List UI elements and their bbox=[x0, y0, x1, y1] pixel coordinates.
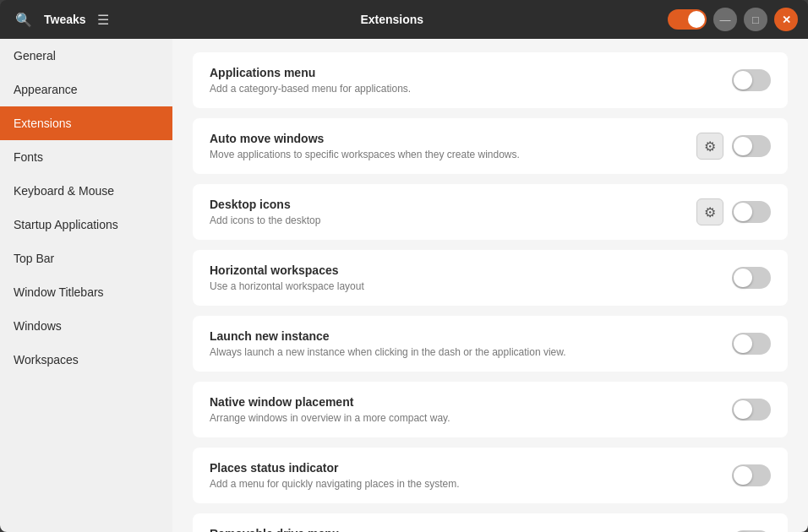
toggle-horizontal-workspaces[interactable] bbox=[732, 267, 771, 289]
sidebar-item-appearance[interactable]: Appearance bbox=[0, 73, 172, 106]
extension-item-auto-move-windows: Auto move windowsMove applications to sp… bbox=[193, 118, 788, 174]
extension-item-applications-menu: Applications menuAdd a category-based me… bbox=[193, 52, 788, 108]
extension-controls-launch-new-instance bbox=[732, 333, 771, 355]
extension-info-applications-menu: Applications menuAdd a category-based me… bbox=[210, 66, 732, 95]
maximize-button[interactable]: □ bbox=[744, 8, 767, 31]
toggle-knob-places-status-indicator bbox=[734, 466, 752, 485]
titlebar-left: 🔍 Tweaks ☰ bbox=[10, 6, 117, 33]
minimize-button[interactable]: — bbox=[713, 8, 737, 31]
toggle-knob-applications-menu bbox=[734, 71, 752, 90]
toggle-knob-auto-move-windows bbox=[734, 137, 752, 155]
toggle-knob-launch-new-instance bbox=[734, 334, 752, 353]
gear-icon: ⚙ bbox=[704, 138, 716, 155]
toggle-knob-desktop-icons bbox=[734, 203, 752, 221]
extension-title-horizontal-workspaces: Horizontal workspaces bbox=[210, 263, 732, 277]
sidebar-item-extensions[interactable]: Extensions bbox=[0, 106, 172, 140]
toggle-native-window-placement[interactable] bbox=[732, 399, 771, 421]
extension-info-native-window-placement: Native window placementArrange windows i… bbox=[210, 395, 732, 424]
gear-button-auto-move-windows[interactable]: ⚙ bbox=[696, 133, 723, 160]
close-button[interactable]: ✕ bbox=[774, 8, 798, 31]
extension-item-places-status-indicator: Places status indicatorAdd a menu for qu… bbox=[193, 448, 788, 503]
extensions-master-toggle[interactable] bbox=[668, 9, 707, 30]
titlebar: 🔍 Tweaks ☰ Extensions — □ ✕ bbox=[0, 0, 808, 39]
sidebar-item-workspaces[interactable]: Workspaces bbox=[0, 343, 172, 377]
sidebar-item-windows[interactable]: Windows bbox=[0, 309, 172, 343]
toggle-launch-new-instance[interactable] bbox=[732, 333, 771, 355]
sidebar-item-startup-applications[interactable]: Startup Applications bbox=[0, 208, 172, 242]
extension-controls-auto-move-windows: ⚙ bbox=[696, 133, 771, 160]
extension-desc-places-status-indicator: Add a menu for quickly navigating places… bbox=[210, 478, 732, 490]
extension-title-auto-move-windows: Auto move windows bbox=[210, 132, 696, 145]
gear-button-desktop-icons[interactable]: ⚙ bbox=[696, 198, 723, 225]
extension-title-places-status-indicator: Places status indicator bbox=[210, 461, 732, 475]
extension-desc-horizontal-workspaces: Use a horizontal workspace layout bbox=[210, 280, 732, 292]
minimize-icon: — bbox=[720, 14, 731, 26]
extension-item-horizontal-workspaces: Horizontal workspacesUse a horizontal wo… bbox=[193, 250, 788, 306]
app-title: Tweaks bbox=[44, 13, 86, 26]
extension-title-applications-menu: Applications menu bbox=[210, 66, 732, 79]
extension-info-auto-move-windows: Auto move windowsMove applications to sp… bbox=[210, 132, 696, 160]
titlebar-middle: Extensions bbox=[117, 13, 668, 26]
extension-controls-places-status-indicator bbox=[732, 464, 771, 486]
extension-title-removable-drive-menu: Removable drive menu bbox=[210, 527, 732, 532]
extension-info-removable-drive-menu: Removable drive menuA status menu for ac… bbox=[210, 527, 732, 532]
extension-desc-launch-new-instance: Always launch a new instance when clicki… bbox=[210, 346, 732, 358]
toggle-desktop-icons[interactable] bbox=[732, 201, 771, 223]
maximize-icon: □ bbox=[752, 14, 759, 26]
menu-button[interactable]: ☰ bbox=[90, 6, 117, 33]
extension-controls-horizontal-workspaces bbox=[732, 267, 771, 289]
extension-info-places-status-indicator: Places status indicatorAdd a menu for qu… bbox=[210, 461, 732, 490]
extension-item-desktop-icons: Desktop iconsAdd icons to the desktop⚙ bbox=[193, 184, 788, 240]
extension-controls-applications-menu bbox=[732, 69, 771, 91]
toggle-places-status-indicator[interactable] bbox=[732, 464, 771, 486]
extension-title-launch-new-instance: Launch new instance bbox=[210, 329, 732, 343]
extension-desc-native-window-placement: Arrange windows in overview in a more co… bbox=[210, 412, 732, 424]
extension-controls-desktop-icons: ⚙ bbox=[696, 198, 771, 225]
close-icon: ✕ bbox=[782, 14, 791, 26]
extension-info-horizontal-workspaces: Horizontal workspacesUse a horizontal wo… bbox=[210, 263, 732, 292]
search-button[interactable]: 🔍 bbox=[10, 6, 37, 33]
extension-title-desktop-icons: Desktop icons bbox=[210, 198, 696, 211]
sidebar-item-keyboard-mouse[interactable]: Keyboard & Mouse bbox=[0, 174, 172, 208]
toggle-knob-horizontal-workspaces bbox=[734, 269, 752, 287]
sidebar-item-general[interactable]: General bbox=[0, 39, 172, 73]
extension-controls-native-window-placement bbox=[732, 399, 771, 421]
sidebar: GeneralAppearanceExtensionsFontsKeyboard… bbox=[0, 39, 172, 532]
toggle-auto-move-windows[interactable] bbox=[732, 135, 771, 157]
toggle-knob-native-window-placement bbox=[734, 400, 752, 419]
main-window: 🔍 Tweaks ☰ Extensions — □ ✕ bbox=[0, 0, 808, 532]
extension-info-launch-new-instance: Launch new instanceAlways launch a new i… bbox=[210, 329, 732, 358]
content-panel: Applications menuAdd a category-based me… bbox=[172, 39, 808, 532]
extension-desc-auto-move-windows: Move applications to specific workspaces… bbox=[210, 149, 696, 160]
extension-desc-applications-menu: Add a category-based menu for applicatio… bbox=[210, 83, 732, 95]
toggle-knob bbox=[688, 11, 705, 28]
extension-info-desktop-icons: Desktop iconsAdd icons to the desktop bbox=[210, 198, 696, 226]
main-content: GeneralAppearanceExtensionsFontsKeyboard… bbox=[0, 39, 808, 532]
page-title: Extensions bbox=[360, 13, 423, 26]
sidebar-item-fonts[interactable]: Fonts bbox=[0, 140, 172, 174]
extension-item-native-window-placement: Native window placementArrange windows i… bbox=[193, 382, 788, 437]
titlebar-right: — □ ✕ bbox=[668, 8, 798, 31]
sidebar-item-window-titlebars[interactable]: Window Titlebars bbox=[0, 275, 172, 309]
sidebar-item-top-bar[interactable]: Top Bar bbox=[0, 242, 172, 275]
hamburger-icon: ☰ bbox=[97, 12, 109, 28]
extension-desc-desktop-icons: Add icons to the desktop bbox=[210, 214, 696, 226]
extension-item-removable-drive-menu: Removable drive menuA status menu for ac… bbox=[193, 513, 788, 532]
toggle-applications-menu[interactable] bbox=[732, 69, 771, 91]
extension-title-native-window-placement: Native window placement bbox=[210, 395, 732, 409]
search-icon: 🔍 bbox=[15, 12, 32, 28]
extension-item-launch-new-instance: Launch new instanceAlways launch a new i… bbox=[193, 316, 788, 372]
gear-icon: ⚙ bbox=[704, 204, 716, 220]
